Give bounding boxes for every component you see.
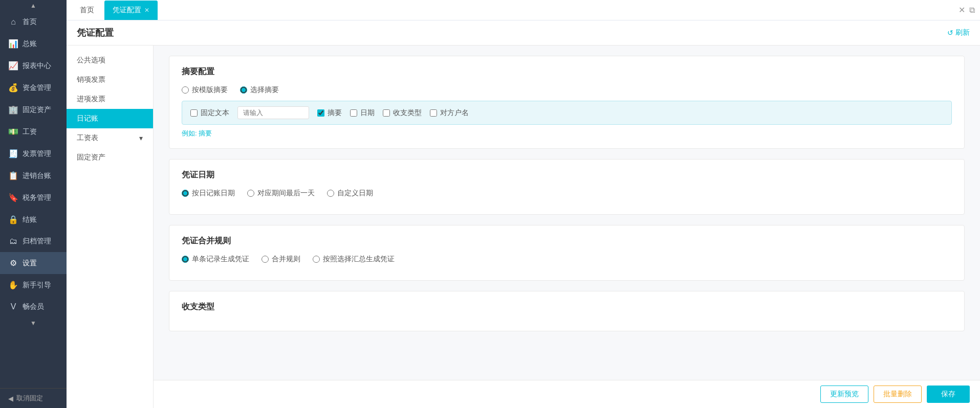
cb-date-input[interactable] (350, 109, 357, 117)
page-title: 凭证配置 (77, 27, 114, 39)
radio-journal-date-input[interactable] (182, 190, 189, 197)
sidebar-item-reports-label: 报表中心 (23, 61, 51, 71)
cb-date-label: 日期 (360, 108, 375, 118)
sidebar-item-closing[interactable]: 🔒 结账 (0, 209, 67, 231)
tab-close-icon[interactable]: ✕ (144, 7, 149, 14)
save-button[interactable]: 保存 (927, 386, 970, 403)
sidebar-item-home[interactable]: ⌂ 首页 (0, 11, 67, 33)
sidebar-item-payroll[interactable]: 💵 工资 (0, 121, 67, 143)
radio-merge[interactable]: 合并规则 (262, 255, 300, 264)
cb-fixed-text-label: 固定文本 (201, 108, 229, 118)
cb-counterpart-input[interactable] (430, 109, 437, 117)
invoice-icon: 🧾 (8, 149, 18, 158)
radio-due-last[interactable]: 对应期间最后一天 (247, 189, 315, 198)
radio-due-last-input[interactable] (247, 190, 254, 197)
tax-icon: 🔖 (8, 193, 18, 202)
sidebar-item-settings[interactable]: ⚙ 设置 (0, 252, 67, 274)
cb-date[interactable]: 日期 (350, 108, 375, 118)
radio-summary-gen-input[interactable] (313, 256, 320, 263)
guide-icon: ✋ (8, 280, 18, 290)
cb-fixed-text-input[interactable] (190, 109, 198, 117)
tab-bar: 首页 凭证配置 ✕ ✕ ⧉ (67, 0, 980, 20)
radio-custom-date[interactable]: 自定义日期 (327, 189, 373, 198)
chevron-down-icon: ▾ (139, 134, 143, 142)
radio-single-input[interactable] (182, 256, 189, 263)
left-nav-purchase-invoice[interactable]: 进项发票 (67, 89, 153, 109)
sidebar-item-tax[interactable]: 🔖 税务管理 (0, 187, 67, 209)
left-nav-public[interactable]: 公共选项 (67, 51, 153, 70)
tab-home[interactable]: 首页 (72, 1, 102, 20)
sidebar-item-vip[interactable]: V 畅会员 (0, 296, 67, 318)
radio-template[interactable]: 按模版摘要 (182, 85, 228, 95)
radio-choose[interactable]: 选择摘要 (240, 85, 279, 95)
sidebar-item-reports[interactable]: 📈 报表中心 (0, 55, 67, 77)
radio-summary-gen[interactable]: 按照选择汇总生成凭证 (313, 255, 395, 264)
left-nav-fixed-assets[interactable]: 固定资产 (67, 148, 153, 167)
content-area: 公共选项 销项发票 进项发票 日记账 工资表 ▾ 固定资产 (67, 46, 980, 408)
income-type-title: 收支类型 (182, 302, 952, 312)
radio-journal-date-label: 按日记账日期 (192, 189, 235, 198)
left-nav-journal[interactable]: 日记账 (67, 109, 153, 128)
refresh-button[interactable]: ↺ 刷新 (947, 28, 970, 37)
cb-income-type-input[interactable] (383, 109, 390, 117)
radio-choose-label: 选择摘要 (250, 85, 279, 95)
left-nav-payroll-table-label: 工资表 (77, 133, 98, 143)
voucher-date-title: 凭证日期 (182, 170, 952, 180)
sidebar-item-funds-label: 资金管理 (23, 83, 51, 93)
radio-merge-input[interactable] (262, 256, 269, 263)
cb-summary-label: 摘要 (328, 108, 342, 118)
sidebar-item-vip-label: 畅会员 (23, 302, 44, 311)
summary-config-section: 摘要配置 按模版摘要 选择摘要 (169, 56, 965, 149)
sidebar-scroll-down[interactable]: ▼ (0, 318, 67, 329)
sidebar-item-assets[interactable]: 🏢 固定资产 (0, 99, 67, 121)
radio-choose-input[interactable] (240, 86, 247, 94)
summary-config-title: 摘要配置 (182, 66, 952, 77)
fixed-text-input[interactable] (237, 106, 309, 119)
sidebar-item-guide[interactable]: ✋ 新手引导 (0, 274, 67, 296)
purchase-icon: 📋 (8, 171, 18, 180)
left-nav: 公共选项 销项发票 进项发票 日记账 工资表 ▾ 固定资产 (67, 46, 154, 408)
left-nav-sales[interactable]: 销项发票 (67, 70, 153, 89)
sidebar-item-archive-label: 归档管理 (23, 237, 51, 246)
restore-window-button[interactable]: ⧉ (969, 6, 975, 15)
close-window-button[interactable]: ✕ (959, 5, 965, 15)
checkbox-row: 固定文本 摘要 日期 收支类型 (182, 101, 952, 125)
refresh-icon: ↺ (947, 29, 953, 37)
assets-icon: 🏢 (8, 105, 18, 115)
refresh-label: 刷新 (955, 28, 970, 37)
batch-delete-button[interactable]: 批量删除 (874, 386, 922, 403)
cb-counterpart-label: 对方户名 (440, 108, 469, 118)
unpin-button[interactable]: ◀ 取消固定 (0, 388, 67, 408)
cb-income-type[interactable]: 收支类型 (383, 108, 422, 118)
payroll-icon: 💵 (8, 127, 18, 137)
radio-template-input[interactable] (182, 86, 189, 94)
sidebar-item-invoice-label: 发票管理 (23, 149, 51, 158)
cb-summary-input[interactable] (317, 109, 324, 117)
radio-custom-date-input[interactable] (327, 190, 334, 197)
left-nav-payroll-table[interactable]: 工资表 ▾ (67, 128, 153, 148)
radio-single[interactable]: 单条记录生成凭证 (182, 255, 249, 264)
tab-voucher-config[interactable]: 凭证配置 ✕ (104, 1, 158, 20)
radio-summary-gen-label: 按照选择汇总生成凭证 (323, 255, 395, 264)
sidebar: ▲ ⌂ 首页 📊 总账 📈 报表中心 💰 资金管理 🏢 固定资产 💵 工资 🧾 … (0, 0, 67, 408)
cb-summary[interactable]: 摘要 (317, 108, 342, 118)
closing-icon: 🔒 (8, 215, 18, 224)
sidebar-item-settings-label: 设置 (23, 259, 37, 268)
sidebar-item-invoice[interactable]: 🧾 发票管理 (0, 143, 67, 165)
sidebar-item-purchase[interactable]: 📋 进销台账 (0, 165, 67, 187)
sidebar-item-archive[interactable]: 🗂 归档管理 (0, 231, 67, 252)
sidebar-item-closing-label: 结账 (23, 215, 37, 224)
sidebar-item-funds[interactable]: 💰 资金管理 (0, 77, 67, 99)
radio-journal-date[interactable]: 按日记账日期 (182, 189, 235, 198)
cb-counterpart[interactable]: 对方户名 (430, 108, 469, 118)
sidebar-item-ledger[interactable]: 📊 总账 (0, 33, 67, 55)
update-preview-button[interactable]: 更新预览 (820, 386, 868, 403)
radio-template-label: 按模版摘要 (192, 85, 228, 95)
settings-icon: ⚙ (8, 258, 18, 268)
sidebar-scroll-up[interactable]: ▲ (0, 0, 67, 11)
sidebar-item-tax-label: 税务管理 (23, 193, 51, 202)
reports-icon: 📈 (8, 61, 18, 71)
example-text: 例如: 摘要 (182, 129, 952, 138)
cb-fixed-text[interactable]: 固定文本 (190, 108, 229, 118)
left-nav-fixed-assets-label: 固定资产 (77, 153, 105, 162)
